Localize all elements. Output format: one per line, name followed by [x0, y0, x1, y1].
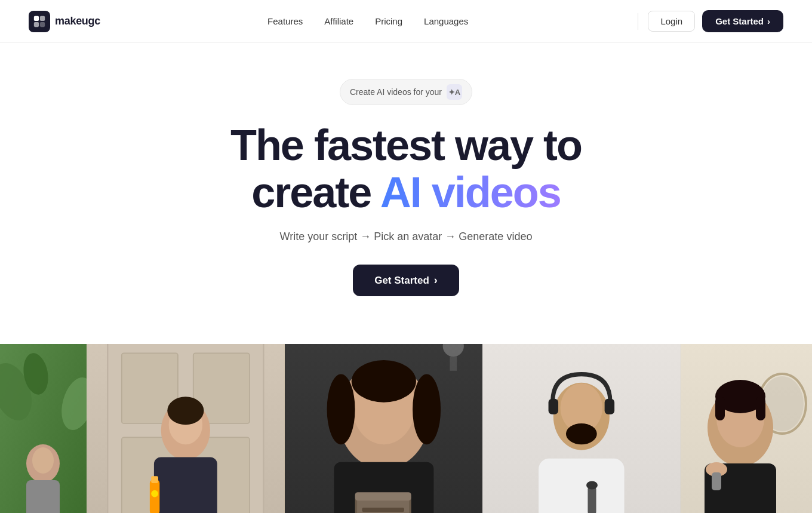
svg-rect-35 [355, 493, 411, 501]
svg-rect-2 [34, 21, 39, 26]
get-started-hero-button[interactable]: Get Started › [353, 265, 459, 296]
nav-languages[interactable]: Languages [424, 16, 468, 26]
svg-point-31 [413, 374, 441, 445]
svg-rect-48 [605, 399, 614, 414]
nav-affiliate[interactable]: Affiliate [324, 16, 353, 26]
svg-rect-58 [756, 397, 765, 420]
logo-area: makeugc [29, 11, 100, 32]
chevron-right-icon: › [767, 16, 770, 26]
person-thumbnail-5 [681, 344, 812, 513]
svg-rect-61 [712, 472, 721, 490]
svg-point-30 [327, 374, 355, 445]
gallery-item-5 [681, 344, 812, 513]
logo-icon[interactable] [29, 11, 50, 32]
gallery-item-2 [87, 344, 285, 513]
gallery-item-3 [285, 344, 483, 513]
nav-features[interactable]: Features [267, 16, 303, 26]
hero-gradient-text: AI videos [380, 168, 561, 216]
gallery-item-4 [482, 344, 681, 513]
hero-title: The fastest way to create AI videos [230, 122, 582, 216]
sparkle-icon: ✦ [448, 88, 455, 97]
svg-rect-57 [715, 397, 725, 420]
get-started-nav-button[interactable]: Get Started › [702, 10, 783, 32]
logo-text: makeugc [55, 15, 100, 27]
svg-rect-26 [450, 357, 457, 371]
navbar-actions: Login Get Started › [635, 10, 783, 32]
svg-rect-36 [362, 508, 404, 512]
person-thumbnail-2 [87, 344, 285, 513]
svg-point-50 [586, 481, 598, 490]
svg-rect-3 [40, 21, 45, 26]
ai-badge: Create AI videos for your ✦ A [340, 79, 472, 105]
login-button[interactable]: Login [648, 11, 695, 32]
chevron-right-icon: › [434, 274, 438, 287]
svg-rect-49 [588, 487, 596, 513]
hero-section: Create AI videos for your ✦ A The fastes… [0, 43, 812, 320]
svg-rect-47 [549, 399, 558, 414]
gallery-item-1 [0, 344, 87, 513]
svg-rect-18 [154, 457, 217, 513]
navbar: makeugc Features Affiliate Pricing Langu… [0, 0, 812, 43]
nav-pricing[interactable]: Pricing [375, 16, 402, 26]
svg-point-29 [351, 360, 416, 403]
person-thumbnail-3 [285, 344, 483, 513]
svg-point-20 [167, 397, 204, 425]
badge-icon: ✦ A [447, 84, 462, 100]
svg-rect-0 [34, 16, 39, 20]
svg-rect-1 [40, 16, 45, 20]
person-thumbnail-1 [0, 344, 87, 513]
svg-rect-9 [26, 480, 60, 513]
badge-text: Create AI videos for your [350, 87, 442, 97]
svg-point-23 [151, 490, 158, 497]
person-thumbnail-4 [482, 344, 681, 513]
svg-rect-22 [151, 477, 158, 484]
main-nav: Features Affiliate Pricing Languages [267, 16, 468, 26]
hero-subtitle: Write your script → Pick an avatar → Gen… [280, 231, 533, 243]
svg-point-46 [566, 423, 597, 444]
video-gallery [0, 344, 812, 513]
hero-title-line2: create AI videos [251, 168, 561, 216]
nav-divider [638, 13, 638, 30]
svg-point-10 [32, 447, 54, 474]
svg-rect-43 [539, 459, 624, 513]
